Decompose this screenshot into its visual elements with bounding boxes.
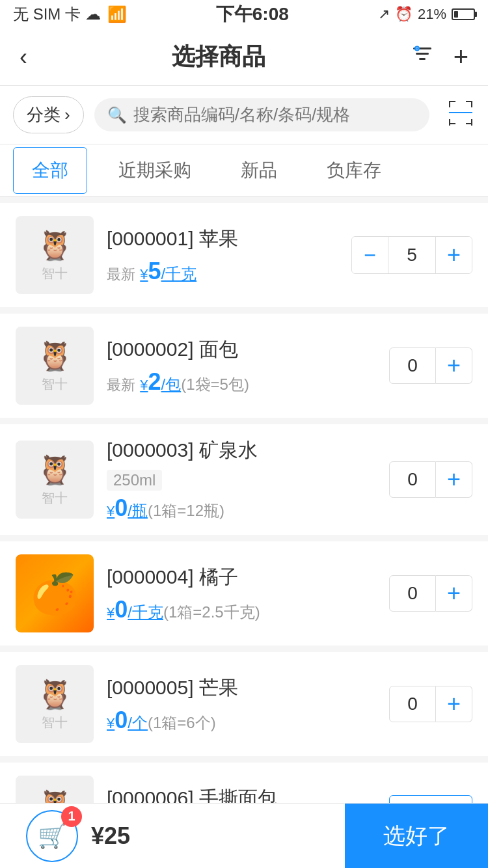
product-name: [0000001] 苹果 xyxy=(107,226,338,252)
tab-new[interactable]: 新品 xyxy=(223,148,295,193)
category-chevron: › xyxy=(64,105,70,125)
price-label: 最新 xyxy=(107,377,135,393)
svg-rect-13 xyxy=(449,112,472,113)
list-item: 🍊 [0000004] 橘子 ¥0/千克(1箱=2.5千克) 0 + xyxy=(0,541,488,645)
price-num: 0 xyxy=(115,596,128,623)
add-button[interactable]: + xyxy=(454,42,468,72)
svg-rect-6 xyxy=(449,101,450,107)
tab-all[interactable]: 全部 xyxy=(13,147,87,194)
confirm-button[interactable]: 选好了 xyxy=(345,804,488,869)
product-info: [0000005] 芒果 ¥0/个(1箱=6个) xyxy=(107,675,376,734)
product-name: [0000003] 矿泉水 xyxy=(107,437,376,464)
total-price: ¥25 xyxy=(91,822,130,850)
price-num: 2 xyxy=(148,368,161,395)
product-price: ¥0/个(1箱=6个) xyxy=(107,707,376,734)
price-currency: ¥ xyxy=(140,266,148,282)
product-image: 🦉 智十 xyxy=(16,216,94,294)
price-unit: /千克 xyxy=(161,265,197,282)
nav-bar: ‹ 选择商品 + xyxy=(0,29,488,86)
nav-left: ‹ xyxy=(20,44,27,71)
filter-bar: 分类 › 🔍 xyxy=(0,86,488,144)
battery-pct: 21% xyxy=(418,6,446,23)
qty-decrease-button[interactable]: − xyxy=(352,237,388,273)
search-input[interactable] xyxy=(133,105,416,125)
price-unit: /瓶 xyxy=(128,502,148,519)
product-image: 🍊 xyxy=(16,554,94,632)
quantity-control: 0 + xyxy=(389,686,472,722)
product-price: 最新 ¥2/包(1袋=5包) xyxy=(107,368,376,396)
search-box: 🔍 xyxy=(94,98,429,131)
price-note: (1箱=2.5千克) xyxy=(163,603,260,621)
qty-input[interactable] xyxy=(388,237,435,273)
price-currency: ¥ xyxy=(107,604,115,621)
list-item: 🦉 智十 [0000003] 矿泉水 250ml ¥0/瓶(1箱=12瓶) 0 … xyxy=(0,424,488,535)
price-num: 0 xyxy=(115,495,128,521)
product-price: ¥0/千克(1箱=2.5千克) xyxy=(107,596,376,623)
orange-image: 🍊 xyxy=(16,554,94,632)
product-list: 🦉 智十 [0000001] 苹果 最新 ¥5/千克 − + 🦉 智十 [000… xyxy=(0,203,488,868)
qty-display: 0 xyxy=(389,347,436,384)
product-price: ¥0/瓶(1箱=12瓶) xyxy=(107,495,376,522)
product-price: 最新 ¥5/千克 xyxy=(107,258,338,285)
price-num: 0 xyxy=(115,707,128,733)
status-right: ↗ ⏰ 21% xyxy=(378,6,475,23)
qty-display: 0 xyxy=(389,461,436,498)
alarm-icon: ⏰ xyxy=(395,6,413,23)
svg-point-4 xyxy=(416,47,418,49)
tab-recent[interactable]: 近期采购 xyxy=(100,148,210,193)
product-info: [0000001] 苹果 最新 ¥5/千克 xyxy=(107,226,338,285)
search-icon: 🔍 xyxy=(107,106,127,124)
owl-icon: 🦉 xyxy=(37,677,73,711)
filter-icon[interactable] xyxy=(411,42,434,72)
status-bar: 无 SIM 卡 ☁ 📶 下午6:08 ↗ ⏰ 21% xyxy=(0,0,488,29)
cart-badge: 1 xyxy=(61,806,82,827)
price-currency: ¥ xyxy=(107,503,115,519)
price-unit: /个 xyxy=(128,714,148,731)
cart-section: 🛒 1 ¥25 xyxy=(0,810,345,862)
qty-increase-button[interactable]: + xyxy=(436,347,472,384)
cart-button[interactable]: 🛒 1 xyxy=(26,810,78,862)
list-item: 🦉 智十 [0000005] 芒果 ¥0/个(1箱=6个) 0 + xyxy=(0,652,488,756)
tab-bar: 全部 近期采购 新品 负库存 xyxy=(0,144,488,197)
price-note: (1袋=5包) xyxy=(181,375,249,393)
battery-icon xyxy=(452,8,475,20)
category-button[interactable]: 分类 › xyxy=(13,96,84,133)
scan-icon[interactable] xyxy=(446,98,475,132)
product-name: [0000005] 芒果 xyxy=(107,675,376,701)
price-note: (1箱=6个) xyxy=(148,714,216,731)
cart-icon: 🛒 xyxy=(38,822,67,850)
qty-display: 0 xyxy=(389,575,436,612)
svg-rect-2 xyxy=(419,58,426,60)
svg-rect-1 xyxy=(416,53,429,55)
svg-rect-12 xyxy=(471,119,472,126)
product-name: [0000004] 橘子 xyxy=(107,564,376,591)
bottom-bar: 🛒 1 ¥25 选好了 xyxy=(0,803,488,868)
product-info: [0000003] 矿泉水 250ml ¥0/瓶(1箱=12瓶) xyxy=(107,437,376,522)
qty-increase-button[interactable]: + xyxy=(436,461,472,498)
price-note: (1箱=12瓶) xyxy=(148,502,224,519)
price-num: 5 xyxy=(148,258,161,284)
quantity-control: 0 + xyxy=(389,347,472,384)
quantity-control: − + xyxy=(351,236,472,274)
wifi-icon: 📶 xyxy=(107,5,127,23)
owl-icon: 🦉 xyxy=(37,453,73,487)
quantity-control: 0 + xyxy=(389,575,472,612)
location-icon: ↗ xyxy=(378,6,390,23)
nav-right: + xyxy=(411,42,468,72)
back-button[interactable]: ‹ xyxy=(20,44,27,71)
product-info: [0000004] 橘子 ¥0/千克(1箱=2.5千克) xyxy=(107,564,376,623)
svg-rect-8 xyxy=(471,101,472,107)
price-currency: ¥ xyxy=(140,377,148,393)
qty-increase-button[interactable]: + xyxy=(436,575,472,612)
qty-increase-button[interactable]: + xyxy=(436,686,472,722)
status-time: 下午6:08 xyxy=(216,2,289,27)
quantity-control: 0 + xyxy=(389,461,472,498)
page-title: 选择商品 xyxy=(172,41,265,73)
product-spec: 250ml xyxy=(107,470,162,491)
list-item: 🦉 智十 [0000001] 苹果 最新 ¥5/千克 − + xyxy=(0,203,488,307)
qty-display: 0 xyxy=(389,686,436,722)
status-left: 无 SIM 卡 ☁ 📶 xyxy=(13,4,127,25)
price-currency: ¥ xyxy=(107,715,115,731)
qty-increase-button[interactable]: + xyxy=(435,237,472,273)
tab-negative[interactable]: 负库存 xyxy=(308,148,400,193)
